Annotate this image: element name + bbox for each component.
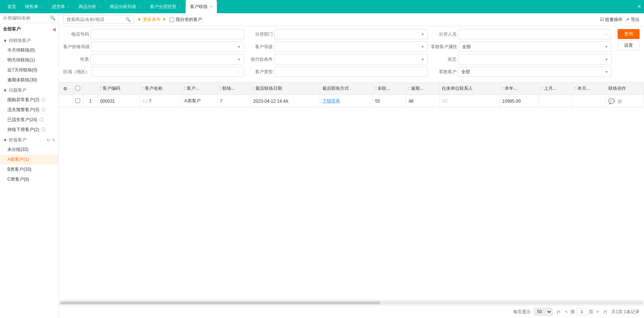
- export-btn[interactable]: ↗ 导出: [626, 17, 640, 23]
- sidebar-item-class-c[interactable]: C类客户(6): [0, 174, 58, 184]
- filter-phone-input[interactable]: [90, 29, 244, 39]
- scroll-thumb[interactable]: [60, 301, 380, 304]
- col-overdue-header: : 逾期...: [406, 82, 440, 95]
- sidebar-all-customers[interactable]: 全部客户 ◀: [0, 23, 58, 35]
- sidebar-item-abnormal-purchase[interactable]: 囤购异常客户(2) ⓘ: [0, 95, 58, 105]
- row-contact-count: 7: [217, 95, 251, 107]
- col-no-header: [83, 82, 98, 95]
- nav-product-analysis[interactable]: 商品分析 ×: [74, 0, 105, 13]
- col-contact-count-header: : 联络...: [217, 82, 251, 95]
- first-page-btn[interactable]: |<: [555, 308, 562, 315]
- filter-btn[interactable]: ▼ 更多条件 ▼: [137, 17, 167, 23]
- select-all-checkbox[interactable]: [75, 86, 80, 91]
- row-cb: [72, 95, 83, 107]
- action-icons: 💬 ⊞: [608, 98, 641, 104]
- page-size-select[interactable]: 50 100 200: [534, 308, 552, 316]
- nav-product-analysis-close[interactable]: ×: [99, 4, 101, 9]
- grid-icon[interactable]: ⊞: [618, 98, 622, 104]
- col-last-month-header: : 上月...: [539, 82, 573, 95]
- col-level-header: : 客户...: [182, 82, 217, 95]
- nav-purchase-close[interactable]: ×: [67, 4, 70, 9]
- sidebar-item-class-b[interactable]: B类客户(33): [0, 165, 58, 174]
- table-row: 1 000031 Ea ? A类客户 7: [59, 95, 644, 107]
- nav-customer-segment-close[interactable]: ×: [179, 4, 181, 9]
- sidebar-item-tomorrow-contact[interactable]: 明天待联络(1): [0, 55, 58, 65]
- sidebar-search-icon[interactable]: 🔍: [50, 15, 56, 21]
- row-code: 000031: [98, 95, 140, 107]
- filter-status-select[interactable]: ▼: [458, 54, 612, 64]
- main-layout: 🔍 全部客户 ◀ ▼ 待联络客户 今天待联络(0) 明天待联络(1) 近7天待联…: [0, 13, 644, 318]
- nav-customer-segment[interactable]: 客户分层经营 ×: [146, 0, 186, 13]
- sidebar-collapse-icon[interactable]: ◀: [52, 27, 56, 32]
- nav-customer-contact[interactable]: 客户联络 ×: [186, 0, 217, 13]
- nav-customer-contact-close[interactable]: ×: [210, 4, 212, 9]
- row-no-contact: 55: [373, 95, 406, 107]
- sidebar-item-loss-warning[interactable]: 流失预警客户(3) ⓘ: [0, 105, 58, 115]
- sidebar-item-class-a[interactable]: A类客户(1): [0, 155, 58, 165]
- settings-button[interactable]: 设置: [618, 40, 640, 50]
- page-label-suffix: 页: [589, 309, 593, 315]
- sidebar-item-lost-customers[interactable]: 已流失客户(24) ⓘ: [0, 115, 58, 125]
- nav-sales[interactable]: 销售单 ×: [21, 0, 47, 13]
- col-last-type-header: 最后联络方式: [320, 82, 373, 95]
- sidebar-item-today-contact[interactable]: 今天待联络(0): [0, 45, 58, 55]
- filter-dept-select[interactable]: ▼: [274, 29, 428, 39]
- prev-page-btn[interactable]: <: [564, 308, 569, 315]
- nav-product-list-close[interactable]: ×: [139, 4, 141, 9]
- batch-op-btn[interactable]: ☑ 批量操作: [600, 17, 623, 23]
- search-input[interactable]: [67, 17, 125, 22]
- filter-panel: 电话号码 分管部门 ▼: [59, 26, 644, 82]
- current-page[interactable]: 1: [576, 308, 587, 315]
- customer-table: ⚙ : 客户编码 : 客户名称 : 客户... : 联络... : 最后联络日期…: [59, 82, 644, 107]
- horizontal-scrollbar[interactable]: [59, 300, 644, 305]
- col-name-header: : 客户名称: [140, 82, 182, 95]
- sidebar-group-value[interactable]: ▼ 价值客户 ↻ ✎: [0, 135, 58, 145]
- my-customers-checkbox[interactable]: [169, 17, 174, 22]
- filter-nature-select[interactable]: ▼: [90, 54, 244, 64]
- sidebar-item-ungrouped[interactable]: 未分组(32): [0, 145, 58, 155]
- value-edit-icon[interactable]: ✎: [52, 138, 56, 143]
- sidebar-item-declining[interactable]: 持续下滑客户(2) ⓘ: [0, 125, 58, 135]
- filter-customer-level-select[interactable]: ▼: [274, 42, 428, 52]
- nav-home[interactable]: 首页: [3, 0, 21, 13]
- sidebar-search-input[interactable]: [3, 15, 50, 21]
- filter-price-level-select[interactable]: ▼: [91, 42, 244, 52]
- close-all-tabs[interactable]: ×: [638, 3, 641, 10]
- col-action-header: 联络动作: [606, 82, 644, 95]
- nav-product-list[interactable]: 商品分析列表 ×: [105, 0, 146, 13]
- filter-customer-type-input[interactable]: [274, 67, 428, 77]
- filter-row-1: 电话号码 分管部门 ▼: [63, 29, 612, 39]
- query-button[interactable]: 查询: [618, 29, 640, 39]
- next-page-btn[interactable]: >: [595, 308, 600, 315]
- sidebar-group-waiting[interactable]: ▼ 待联络客户: [0, 35, 58, 45]
- last-page-btn[interactable]: >|: [602, 308, 608, 315]
- nav-sales-close[interactable]: ×: [40, 4, 43, 9]
- filter-scatter-select[interactable]: 全部 ▼: [458, 67, 612, 77]
- sidebar: 🔍 全部客户 ◀ ▼ 待联络客户 今天待联络(0) 明天待联络(1) 近7天待联…: [0, 13, 59, 318]
- filter-payment-select[interactable]: ▼: [274, 54, 428, 64]
- col-this-year-header: : 本年...: [500, 82, 539, 95]
- filter-person-select[interactable]: ···: [458, 29, 612, 39]
- row-name: Ea ?: [140, 95, 182, 107]
- filter-scatter-attr-select[interactable]: 全部 ▼: [459, 42, 612, 52]
- row-action: 💬 ⊞: [606, 95, 644, 107]
- toolbar-search-container: 🔍: [63, 15, 134, 24]
- row-checkbox[interactable]: [75, 98, 80, 103]
- sidebar-group-problem[interactable]: ▼ 问题客户: [0, 85, 58, 95]
- col-gear-header[interactable]: ⚙: [59, 82, 72, 95]
- filter-customer-type: 客户类型: [247, 67, 428, 77]
- sidebar-item-overdue-contact[interactable]: 逾期未联络(30): [0, 75, 58, 85]
- toolbar: 🔍 ▼ 更多条件 ▼ 我分管的客户 ☑ 批量操作 ↗ 导出: [59, 13, 644, 26]
- sidebar-item-7days-contact[interactable]: 近7天待联络(0): [0, 65, 58, 75]
- total-info: 共1页 1条记录: [611, 309, 640, 315]
- my-customers-filter[interactable]: 我分管的客户: [169, 17, 202, 23]
- nav-purchase[interactable]: 进货单 ×: [47, 0, 74, 13]
- row-last-month: [539, 95, 573, 107]
- search-icon[interactable]: 🔍: [125, 17, 131, 22]
- filter-region-input[interactable]: ···: [91, 67, 244, 77]
- row-level: A类客户: [182, 95, 217, 107]
- value-refresh-icon[interactable]: ↻: [47, 138, 50, 143]
- chat-icon[interactable]: 💬: [608, 98, 615, 104]
- col-last-date-header: : 最后联络日期: [251, 82, 320, 95]
- last-contact-link[interactable]: 下销货单: [322, 98, 340, 103]
